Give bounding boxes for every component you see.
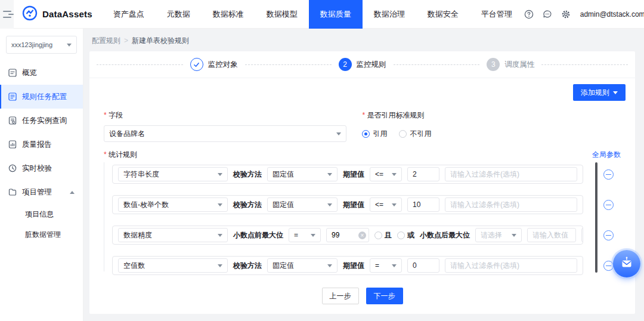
method-label: 校验方法 — [233, 169, 262, 180]
sidebar-item-task-instance-query[interactable]: 任务实例查询 — [0, 109, 83, 132]
sidebar: xxx123jingjing 概览 规则任务配置 任务实例查询 质量报告 — [0, 29, 83, 321]
step-done-circle — [190, 58, 203, 71]
global-params-link[interactable]: 全局参数 — [592, 150, 621, 160]
remove-rule-icon[interactable] — [603, 230, 614, 240]
method-select[interactable]: 固定值 — [267, 197, 338, 212]
sidebar-item-quality-report[interactable]: 质量报告 — [0, 132, 83, 156]
radio-dot — [397, 232, 405, 239]
sidebar-subitem-project-info[interactable]: 项目信息 — [0, 204, 83, 224]
sidebar-collapse-button[interactable] — [0, 0, 14, 29]
nav-item-platform-admin[interactable]: 平台管理 — [470, 0, 524, 29]
expect-label: 期望值 — [343, 169, 364, 180]
method-select[interactable]: 固定值 — [267, 167, 338, 181]
radio-and[interactable]: 且 — [374, 230, 392, 240]
chevron-down-icon — [218, 173, 222, 176]
clear-icon[interactable]: × — [358, 232, 366, 239]
add-rule-button[interactable]: 添加规则 — [573, 84, 626, 101]
sidebar-item-rule-task-config[interactable]: 规则任务配置 — [0, 85, 83, 109]
rules-scrollbar[interactable] — [595, 162, 597, 273]
nav-item-data-governance[interactable]: 数据治理 — [363, 0, 416, 29]
rule-form: 添加规则 字段 设备品牌名 是否引用标准规则 — [89, 78, 635, 280]
sidebar-item-realtime-check[interactable]: 实时校验 — [0, 156, 83, 180]
operator-select[interactable]: = — [370, 258, 402, 273]
expect-label: 期望值 — [343, 261, 364, 271]
expect-value-input[interactable] — [407, 197, 439, 212]
project-select[interactable]: xxx123jingjing — [6, 36, 77, 54]
nav-item-data-quality[interactable]: 数据质量 — [309, 0, 363, 29]
next-step-button[interactable]: 下一步 — [366, 288, 403, 304]
operator-select[interactable]: = — [289, 228, 321, 242]
ref-standard-label: 是否引用标准规则 — [362, 110, 621, 121]
step-monitor-rules[interactable]: 2 监控规则 — [339, 58, 386, 71]
help-assistant-fab[interactable] — [613, 250, 640, 277]
chevron-up-icon — [70, 191, 75, 194]
project-select-value: xxx123jingjing — [11, 41, 52, 48]
sidebar-item-project-manage[interactable]: 项目管理 — [0, 180, 83, 204]
help-icon[interactable] — [524, 9, 534, 20]
top-navbar: DataAssets 资产盘点 元数据 数据标准 数据模型 数据质量 数据治理 … — [0, 0, 644, 29]
message-icon[interactable] — [542, 9, 553, 20]
step-active-circle: 2 — [339, 58, 352, 71]
nav-item-asset-inventory[interactable]: 资产盘点 — [102, 0, 156, 29]
filter-condition-input[interactable] — [445, 258, 577, 273]
quality-report-icon — [8, 140, 17, 149]
settings-gear-icon[interactable] — [561, 9, 571, 20]
radio-ref-yes[interactable]: 引用 — [362, 129, 387, 139]
method-select[interactable]: 固定值 — [267, 258, 338, 273]
pre-decimal-value-wrap: × — [326, 228, 369, 242]
nav-item-data-security[interactable]: 数据安全 — [416, 0, 470, 29]
chevron-down-icon — [67, 44, 72, 47]
user-email[interactable]: admin@dtstack.com — [580, 10, 644, 18]
rule-task-config-icon — [8, 92, 17, 101]
chevron-down-icon — [392, 264, 397, 267]
remove-rule-icon[interactable] — [603, 200, 614, 210]
sidebar-item-overview[interactable]: 概览 — [0, 61, 83, 85]
method-label: 校验方法 — [233, 200, 262, 210]
radio-or[interactable]: 或 — [397, 230, 414, 240]
remove-rule-icon[interactable] — [603, 261, 614, 271]
nav-item-data-standard[interactable]: 数据标准 — [202, 0, 255, 29]
field-label: 字段 — [104, 110, 346, 121]
field-select[interactable]: 设备品牌名 — [104, 125, 346, 142]
stats-rule-label: 统计规则 — [104, 150, 137, 160]
chevron-down-icon — [327, 203, 332, 206]
step-monitor-object[interactable]: 监控对象 — [190, 58, 238, 71]
breadcrumb-separator: > — [124, 36, 128, 45]
field-select-value: 设备品牌名 — [109, 129, 145, 139]
filter-condition-input[interactable] — [581, 228, 583, 242]
radio-dot — [399, 130, 407, 138]
navbar-right: admin@dtstack.com — [524, 9, 644, 20]
assistant-mail-icon — [618, 255, 636, 273]
expect-value-input[interactable] — [407, 258, 439, 273]
nav-item-metadata[interactable]: 元数据 — [156, 0, 202, 29]
post-decimal-value-input[interactable] — [527, 228, 576, 242]
filter-condition-input[interactable] — [445, 167, 577, 181]
radio-ref-no[interactable]: 不引用 — [399, 129, 431, 139]
prev-step-button[interactable]: 上一步 — [322, 288, 359, 304]
operator-select[interactable]: <= — [370, 197, 402, 212]
breadcrumb-root[interactable]: 配置规则 — [92, 36, 120, 45]
filter-condition-input[interactable] — [445, 197, 577, 212]
chevron-down-icon — [218, 264, 222, 267]
remove-rule-icon[interactable] — [603, 169, 614, 180]
brand: DataAssets — [14, 5, 102, 23]
chevron-down-icon — [218, 234, 222, 237]
chevron-down-icon — [218, 203, 222, 206]
operator-select[interactable]: <= — [370, 167, 402, 181]
ref-standard-radio-group: 引用 不引用 — [362, 125, 621, 142]
chevron-down-icon — [512, 234, 516, 237]
post-decimal-op-select[interactable]: 请选择 — [475, 228, 522, 242]
rule-type-select[interactable]: 数值-枚举个数 — [118, 197, 228, 212]
rule-type-select[interactable]: 数据精度 — [118, 228, 228, 242]
chevron-down-icon — [311, 234, 315, 237]
rule-type-select[interactable]: 字符串长度 — [118, 167, 228, 181]
expect-value-input[interactable] — [407, 167, 439, 181]
nav-item-data-model[interactable]: 数据模型 — [255, 0, 309, 29]
step-connector — [97, 64, 183, 65]
step-schedule-props[interactable]: 3 调度属性 — [487, 58, 534, 71]
sidebar-subitem-dirty-data[interactable]: 脏数据管理 — [0, 224, 83, 245]
radio-dot — [362, 130, 370, 138]
rule-type-select[interactable]: 空值数 — [118, 258, 228, 273]
brand-name: DataAssets — [42, 9, 92, 19]
app-window: DataAssets 资产盘点 元数据 数据标准 数据模型 数据质量 数据治理 … — [0, 0, 644, 321]
